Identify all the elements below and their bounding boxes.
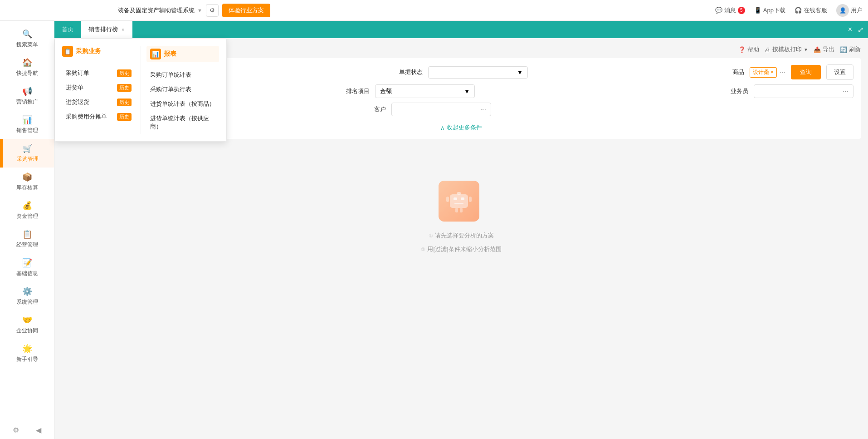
- finance-icon: 💰: [22, 201, 32, 211]
- goods-label: 商品: [717, 68, 744, 76]
- menu-item-stock-in[interactable]: 进货单 历史: [62, 80, 135, 95]
- customer-label: 客户: [359, 105, 386, 113]
- sidebar-label-system: 系统管理: [16, 298, 38, 306]
- customer-select[interactable]: ···: [391, 103, 491, 116]
- report-col: 📊 报表 采购订单统计表 采购订单执行表 进货单统计表（按商品） 进货单统计表（…: [146, 46, 219, 134]
- sales-icon: 📊: [22, 115, 32, 125]
- tab-sales-rank[interactable]: 销售排行榜 ×: [81, 21, 132, 38]
- rank-value: 金额: [380, 87, 392, 95]
- empty-icon-container: [439, 181, 484, 226]
- goods-more-icon[interactable]: ···: [780, 68, 785, 76]
- print-button[interactable]: 🖨 按模板打印 ▼: [765, 45, 808, 54]
- order-exec-label: 采购订单执行表: [150, 85, 191, 94]
- sidebar-label-search: 搜索菜单: [16, 41, 38, 49]
- salesman-select[interactable]: ···: [754, 84, 853, 98]
- menu-divider: [141, 46, 141, 134]
- sidebar-item-inventory[interactable]: 📦 库存核算: [0, 168, 54, 196]
- system-arrow-icon: ▼: [197, 8, 202, 13]
- rank-arrow-icon: ▼: [464, 88, 470, 95]
- operations-icon: 📋: [22, 229, 32, 239]
- purchase-business-icon: 📋: [62, 46, 73, 57]
- menu-item-stock-stat-product[interactable]: 进货单统计表（按商品）: [146, 97, 219, 111]
- tab-home-label: 首页: [62, 25, 73, 34]
- menu-item-order-exec[interactable]: 采购订单执行表: [146, 82, 219, 97]
- stock-in-label: 进货单: [66, 84, 83, 92]
- status-select[interactable]: ▼: [428, 66, 528, 79]
- online-service-button[interactable]: 🎧 在线客服: [795, 6, 827, 15]
- sidebar-item-purchase[interactable]: 🛒 采购管理: [0, 139, 54, 168]
- system-icon: ⚙️: [22, 286, 32, 296]
- goods-tag-label: 设计桑: [753, 69, 769, 76]
- report-header: 📊 报表: [146, 46, 219, 62]
- export-button[interactable]: 📤 导出: [814, 45, 834, 54]
- sidebar-item-marketing[interactable]: 📢 营销推广: [0, 82, 54, 110]
- sidebar-item-enterprise[interactable]: 🤝 企业协同: [0, 311, 54, 339]
- help-icon: ❓: [738, 46, 746, 53]
- purchase-business-header: 📋 采购业务: [62, 46, 135, 60]
- query-button[interactable]: 查询: [791, 65, 821, 79]
- system-selector[interactable]: 装备及固定资产辅助管理系统 ▼: [114, 5, 206, 16]
- tab-expand-icon[interactable]: ⤢: [858, 25, 863, 34]
- gear-icon: ⚙: [210, 7, 215, 14]
- report-title: 报表: [164, 50, 176, 58]
- sidebar-item-finance[interactable]: 💰 资金管理: [0, 196, 54, 225]
- sidebar-item-quick-nav[interactable]: 🏠 快捷导航: [0, 53, 54, 82]
- menu-item-purchase-order[interactable]: 采购订单 历史: [62, 66, 135, 80]
- sidebar-item-sales[interactable]: 📊 销售管理: [0, 110, 54, 139]
- tab-close-icon[interactable]: ×: [121, 26, 125, 33]
- refresh-icon: 🔄: [840, 46, 847, 53]
- phone-icon: 📱: [754, 7, 761, 14]
- menu-item-order-stat[interactable]: 采购订单统计表: [146, 68, 219, 82]
- menu-item-return-goods[interactable]: 进货退货 历史: [62, 95, 135, 109]
- tab-sales-rank-label: 销售排行榜: [88, 25, 118, 34]
- sidebar-item-system[interactable]: ⚙️ 系统管理: [0, 282, 54, 311]
- app-download-button[interactable]: 📱 App下载: [754, 6, 785, 15]
- empty-robot-icon: [439, 181, 479, 222]
- tabbar-actions: × ⤢: [848, 21, 868, 38]
- menu-item-expense[interactable]: 采购费用分摊单 历史: [62, 109, 135, 124]
- avatar: 👤: [836, 4, 849, 17]
- solution-button[interactable]: 体验行业方案: [222, 4, 270, 17]
- app-download-label: App下载: [763, 6, 785, 15]
- expense-label: 采购费用分摊单: [66, 113, 107, 121]
- menu-item-stock-stat-supplier[interactable]: 进货单统计表（按供应商）: [146, 111, 219, 134]
- goods-tag[interactable]: 设计桑 ×: [750, 67, 777, 78]
- tab-close-window-icon[interactable]: ×: [848, 25, 852, 34]
- goods-tag-close-icon[interactable]: ×: [770, 69, 774, 75]
- salesman-more-icon[interactable]: ···: [843, 87, 848, 95]
- svg-rect-4: [457, 192, 461, 195]
- collapse-label: 收起更多条件: [447, 123, 482, 132]
- purchase-order-badge: 历史: [117, 69, 132, 77]
- search-icon: 🔍: [22, 29, 32, 39]
- customer-more-icon[interactable]: ···: [480, 105, 486, 113]
- help-button[interactable]: ❓ 帮助: [738, 45, 759, 54]
- settings-gear-button[interactable]: ⚙: [206, 4, 219, 17]
- sidebar-item-search[interactable]: 🔍 搜索菜单: [0, 25, 54, 53]
- purchase-menu-overlay: 📋 采购业务 采购订单 历史 进货单 历史 进货退货 历史 采购费用分摊单 历史: [54, 38, 227, 142]
- export-icon: 📤: [814, 46, 821, 53]
- sidebar-item-guide[interactable]: 🌟 新手引导: [0, 339, 54, 368]
- message-button[interactable]: 💬 消息 5: [715, 6, 745, 15]
- topbar-right: 💬 消息 5 📱 App下载 🎧 在线客服 👤 用户: [715, 4, 863, 17]
- purchase-order-label: 采购订单: [66, 69, 89, 77]
- sidebar-label-purchase: 采购管理: [17, 155, 39, 163]
- hint2-num: ②: [421, 247, 425, 252]
- footer-settings-icon[interactable]: ⚙: [13, 426, 19, 434]
- tab-home[interactable]: 首页: [54, 21, 81, 38]
- rank-select[interactable]: 金额 ▼: [375, 84, 475, 98]
- user-menu-button[interactable]: 👤 用户: [836, 4, 863, 17]
- sidebar-item-basic[interactable]: 📝 基础信息: [0, 253, 54, 282]
- home-icon: 🏠: [22, 58, 32, 68]
- sidebar-item-operations[interactable]: 📋 经营管理: [0, 225, 54, 253]
- refresh-button[interactable]: 🔄 刷新: [840, 45, 861, 54]
- tabbar: 首页 销售排行榜 × × ⤢: [54, 21, 868, 38]
- message-label: 消息: [724, 6, 736, 15]
- sidebar-label-basic: 基础信息: [16, 270, 38, 277]
- sidebar-label-inventory: 库存核算: [16, 184, 38, 192]
- enterprise-icon: 🤝: [22, 315, 32, 325]
- svg-rect-2: [461, 197, 464, 200]
- online-service-label: 在线客服: [804, 6, 827, 15]
- settings-button[interactable]: 设置: [826, 64, 853, 80]
- footer-collapse-icon[interactable]: ◀: [36, 426, 41, 434]
- return-goods-badge: 历史: [117, 99, 132, 106]
